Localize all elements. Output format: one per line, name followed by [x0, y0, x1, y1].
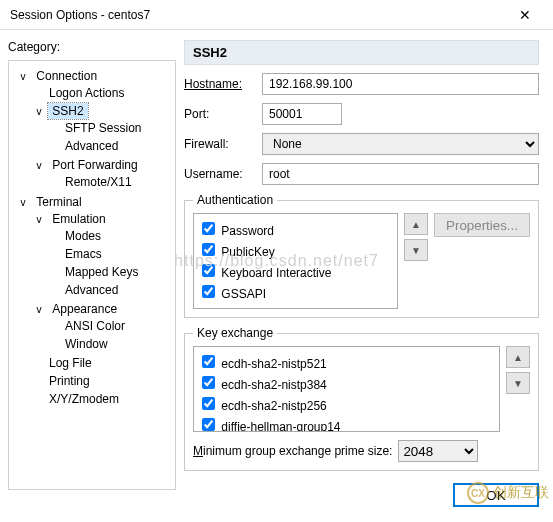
tree-printing[interactable]: Printing: [45, 373, 94, 389]
window-title: Session Options - centos7: [10, 8, 150, 22]
min-group-select[interactable]: 2048: [398, 440, 478, 462]
kex-move-up-button[interactable]: ▲: [506, 346, 530, 368]
kex-legend: Key exchange: [193, 326, 277, 340]
authentication-list[interactable]: Password PublicKey Keyboard Interactive …: [193, 213, 398, 309]
kex-item[interactable]: ecdh-sha2-nistp256: [198, 393, 495, 414]
port-input[interactable]: [262, 103, 342, 125]
expand-icon[interactable]: v: [17, 71, 29, 82]
close-icon[interactable]: ✕: [505, 0, 545, 30]
kex-group: Key exchange ecdh-sha2-nistp521 ecdh-sha…: [184, 326, 539, 471]
firewall-select[interactable]: None: [262, 133, 539, 155]
tree-ssh2[interactable]: SSH2: [48, 103, 87, 119]
kex-item[interactable]: ecdh-sha2-nistp384: [198, 372, 495, 393]
authentication-group: Authentication Password PublicKey Keyboa…: [184, 193, 539, 318]
tree-connection[interactable]: Connection: [32, 68, 101, 84]
port-label: Port:: [184, 107, 254, 121]
kex-item[interactable]: diffie-hellman-group14: [198, 414, 495, 432]
hostname-label: Hostname:: [184, 77, 254, 91]
firewall-label: Firewall:: [184, 137, 254, 151]
tree-logon-actions[interactable]: Logon Actions: [45, 85, 128, 101]
properties-button: Properties...: [434, 213, 530, 237]
auth-move-down-button[interactable]: ▼: [404, 239, 428, 261]
tree-appearance[interactable]: Appearance: [48, 301, 121, 317]
tree-emulation-advanced[interactable]: Advanced: [61, 282, 122, 298]
expand-icon[interactable]: v: [33, 106, 45, 117]
expand-icon[interactable]: v: [33, 214, 45, 225]
min-group-label: Minimum group exchange prime size:: [193, 444, 392, 458]
authentication-legend: Authentication: [193, 193, 277, 207]
tree-emulation[interactable]: Emulation: [48, 211, 109, 227]
titlebar: Session Options - centos7 ✕: [0, 0, 553, 30]
tree-ansi-color[interactable]: ANSI Color: [61, 318, 129, 334]
kex-list[interactable]: ecdh-sha2-nistp521 ecdh-sha2-nistp384 ec…: [193, 346, 500, 432]
auth-item-keyboard[interactable]: Keyboard Interactive: [198, 260, 393, 281]
auth-item-publickey[interactable]: PublicKey: [198, 239, 393, 260]
kex-move-down-button[interactable]: ▼: [506, 372, 530, 394]
expand-icon[interactable]: v: [17, 197, 29, 208]
tree-modes[interactable]: Modes: [61, 228, 105, 244]
username-input[interactable]: [262, 163, 539, 185]
hostname-input[interactable]: [262, 73, 539, 95]
tree-remote-x11[interactable]: Remote/X11: [61, 174, 136, 190]
category-tree[interactable]: v Connection Logon Actions v SSH2 SFTP S…: [8, 60, 176, 490]
tree-sftp-session[interactable]: SFTP Session: [61, 120, 145, 136]
tree-window[interactable]: Window: [61, 336, 112, 352]
auth-move-up-button[interactable]: ▲: [404, 213, 428, 235]
kex-item[interactable]: ecdh-sha2-nistp521: [198, 351, 495, 372]
tree-terminal[interactable]: Terminal: [32, 194, 85, 210]
category-label: Category:: [8, 40, 176, 54]
section-title: SSH2: [184, 40, 539, 65]
tree-ssh2-advanced[interactable]: Advanced: [61, 138, 122, 154]
tree-log-file[interactable]: Log File: [45, 355, 96, 371]
ok-button[interactable]: OK: [453, 483, 539, 507]
auth-item-gssapi[interactable]: GSSAPI: [198, 281, 393, 302]
expand-icon[interactable]: v: [33, 304, 45, 315]
tree-port-forwarding[interactable]: Port Forwarding: [48, 157, 141, 173]
tree-mapped-keys[interactable]: Mapped Keys: [61, 264, 142, 280]
username-label: Username:: [184, 167, 254, 181]
tree-emacs[interactable]: Emacs: [61, 246, 106, 262]
expand-icon[interactable]: v: [33, 160, 45, 171]
auth-item-password[interactable]: Password: [198, 218, 393, 239]
tree-xyzmodem[interactable]: X/Y/Zmodem: [45, 391, 123, 407]
